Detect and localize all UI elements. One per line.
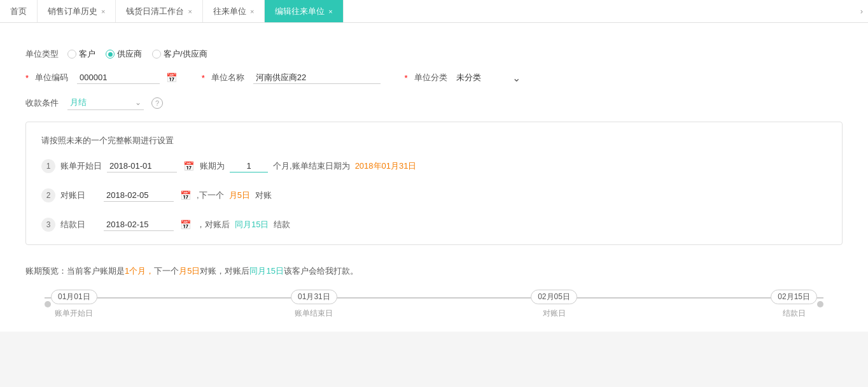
timeline-label-1: 账单开始日: [55, 308, 93, 319]
preview-highlight2: 月5日: [179, 266, 200, 276]
preview-section: 账期预览：当前客户账期是1个月，下一个月5日对账，对账后同月15日该客户会给我打…: [25, 255, 843, 332]
start-date-icon[interactable]: 📅: [182, 160, 195, 172]
unit-category-value: 未分类: [456, 72, 507, 83]
timeline-bubble-3: 02月05日: [531, 290, 577, 304]
unit-category-label: 单位分类: [414, 72, 447, 83]
preview-suffix: 该客户会给我打款。: [284, 266, 358, 276]
timeline-point-2: 01月31日 账单结束日: [291, 290, 337, 319]
reconcile-highlight: 月5日: [229, 190, 250, 201]
timeline-label-2: 账单结束日: [295, 308, 333, 319]
radio-supplier[interactable]: 供应商: [106, 48, 142, 60]
preview-highlight3: 同月15日: [249, 266, 283, 276]
tab-edit-partner[interactable]: 编辑往来单位 ×: [265, 0, 343, 22]
reconcile-suffix-after: 对账: [255, 190, 272, 201]
payment-terms-row: 收款条件 月结 ⌄ ?: [25, 95, 843, 110]
unit-type-radio-group: 客户 供应商 客户/供应商: [67, 48, 207, 60]
tab-sales-history[interactable]: 销售订单历史 ×: [38, 0, 116, 22]
preview-middle2: 对账，对账后: [200, 266, 249, 276]
tab-home[interactable]: 首页: [0, 0, 38, 22]
radio-both[interactable]: 客户/供应商: [152, 48, 207, 60]
timeline-bubble-4: 02月15日: [771, 290, 817, 304]
preview-highlight1: 1个月，: [125, 266, 154, 276]
preview-text: 账期预览：当前客户账期是1个月，下一个月5日对账，对账后同月15日该客户会给我打…: [25, 265, 843, 277]
row-num-1: 1: [41, 159, 55, 173]
period-label-after: 个月,账单结束日期为: [273, 160, 350, 172]
payment-highlight: 同月15日: [235, 219, 269, 230]
unit-code-input[interactable]: [77, 71, 160, 84]
unit-name-label: 单位名称: [211, 72, 244, 83]
timeline-items: 01月01日 账单开始日 01月31日 账单结束日 02月05日 对账日 02月…: [51, 290, 817, 319]
payment-date-input[interactable]: [104, 218, 174, 231]
timeline: 01月01日 账单开始日 01月31日 账单结束日 02月05日 对账日 02月…: [25, 290, 843, 319]
setting-row-2: 2 对账日 📅 ,下一个月5日对账: [41, 188, 827, 202]
radio-circle-customer: [67, 50, 76, 59]
payment-terms-value: 月结: [70, 97, 132, 108]
field-label-3: 结款日: [60, 219, 99, 230]
help-icon[interactable]: ?: [151, 97, 163, 109]
timeline-bubble-1: 01月01日: [51, 290, 97, 304]
payment-suffix-after: 结款: [274, 219, 290, 230]
timeline-point-4: 02月15日 结款日: [771, 290, 817, 319]
period-input[interactable]: [230, 160, 268, 172]
tabs-scroll-right[interactable]: ›: [855, 0, 868, 22]
period-end-date: 2018年01月31日: [355, 160, 417, 172]
radio-customer[interactable]: 客户: [67, 48, 95, 60]
timeline-point-1: 01月01日 账单开始日: [51, 290, 97, 319]
timeline-label-3: 对账日: [543, 308, 566, 319]
unit-category-chevron: ⌄: [512, 72, 521, 84]
unit-name-input[interactable]: [253, 71, 381, 84]
unit-category-dropdown[interactable]: 未分类 ⌄: [456, 72, 521, 84]
timeline-bubble-2: 01月31日: [291, 290, 337, 304]
period-label-before: 账期为: [200, 160, 225, 172]
preview-prefix: 账期预览：当前客户账期是: [25, 266, 125, 276]
payment-terms-arrow: ⌄: [135, 98, 141, 107]
tab-cash-workbench[interactable]: 钱货日清工作台 ×: [116, 0, 202, 22]
preview-middle: 下一个: [154, 266, 179, 276]
reconcile-suffix-before: ,下一个: [197, 190, 224, 201]
setting-row-3: 3 结款日 📅 ，对账后同月15日结款: [41, 218, 827, 232]
close-partner-units[interactable]: ×: [250, 8, 254, 15]
unit-code-icon[interactable]: 📅: [165, 71, 178, 84]
reconcile-date-input[interactable]: [104, 189, 174, 202]
timeline-label-4: 结款日: [783, 308, 806, 319]
payment-suffix-before: ，对账后: [197, 219, 230, 230]
radio-label-customer: 客户: [79, 48, 95, 60]
row-num-2: 2: [41, 188, 55, 202]
unit-type-label: 单位类型: [25, 48, 59, 60]
close-cash-workbench[interactable]: ×: [188, 8, 192, 15]
timeline-end-dot: [817, 301, 823, 307]
field-label-1: 账单开始日: [60, 160, 102, 172]
unit-code-label: 单位编码: [35, 72, 68, 83]
timeline-point-3: 02月05日 对账日: [531, 290, 577, 319]
close-sales-history[interactable]: ×: [101, 8, 105, 15]
settings-card: 请按照未来的一个完整帐期进行设置 1 账单开始日 📅 账期为 个月,账单结束日期…: [25, 122, 843, 245]
radio-label-supplier: 供应商: [117, 48, 142, 60]
start-date-input[interactable]: [107, 160, 177, 172]
payment-date-icon[interactable]: 📅: [179, 218, 192, 231]
reconcile-date-icon[interactable]: 📅: [179, 189, 192, 202]
row-num-3: 3: [41, 218, 55, 232]
page-content: 单位类型 客户 供应商 客户/供应商 * 单位编码 📅 * 单位名称: [0, 23, 868, 332]
unit-info-row: * 单位编码 📅 * 单位名称 * 单位分类 未分类 ⌄: [25, 71, 843, 84]
field-label-2: 对账日: [60, 190, 99, 201]
radio-circle-supplier: [106, 50, 115, 59]
card-title: 请按照未来的一个完整帐期进行设置: [41, 135, 827, 146]
radio-label-both: 客户/供应商: [164, 48, 207, 60]
timeline-start-dot: [45, 301, 51, 307]
payment-terms-label: 收款条件: [25, 97, 59, 109]
payment-terms-select[interactable]: 月结 ⌄: [67, 95, 144, 110]
close-edit-partner[interactable]: ×: [328, 8, 332, 15]
unit-type-row: 单位类型 客户 供应商 客户/供应商: [25, 48, 843, 60]
setting-row-1: 1 账单开始日 📅 账期为 个月,账单结束日期为 2018年01月31日: [41, 159, 827, 173]
tabs-bar: 首页 销售订单历史 × 钱货日清工作台 × 往来单位 × 编辑往来单位 × ›: [0, 0, 868, 23]
tab-partner-units[interactable]: 往来单位 ×: [203, 0, 265, 22]
radio-circle-both: [152, 50, 161, 59]
